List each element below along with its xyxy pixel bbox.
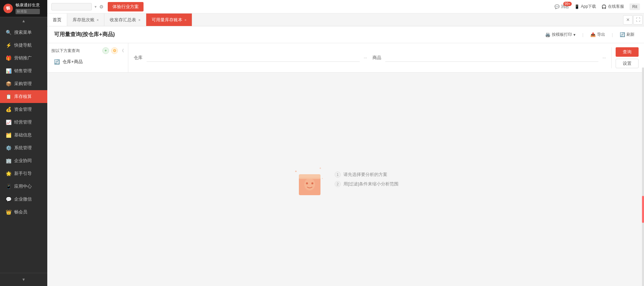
- svg-point-2: [304, 178, 315, 190]
- warehouse-label: 仓库: [134, 55, 144, 61]
- sidebar-item-sales[interactable]: 📊 销售管理: [0, 64, 47, 77]
- tab-recv-summary-close[interactable]: ×: [138, 18, 140, 22]
- msg-btn[interactable]: 💬 消息 99+: [555, 4, 569, 9]
- app-title: 畅康通好生意: [16, 3, 40, 8]
- tab-close-window-btn[interactable]: ✕: [623, 15, 633, 25]
- query-btn[interactable]: 查询: [616, 47, 639, 57]
- refresh-btn[interactable]: 🔄 刷新: [617, 30, 637, 39]
- main-content: ▾ ⚙ 体验行业方案 💬 消息 99+ 📱 App下载 🎧 在线客服 Rit: [47, 0, 644, 286]
- sidebar-item-label: 经营管理: [14, 119, 32, 125]
- goods-input[interactable]: [385, 54, 598, 62]
- collapse-filter-btn[interactable]: 《: [120, 48, 124, 54]
- sidebar-item-inventory[interactable]: 📋 库存核算: [0, 90, 47, 103]
- scrollbar-thumb[interactable]: [642, 196, 644, 223]
- svg-point-3: [306, 182, 308, 184]
- filter-row: 仓库 ··· 商品 ··· 查询 设置: [134, 47, 639, 68]
- sidebar-item-wechat[interactable]: 💬 企业微信: [0, 193, 47, 206]
- warehouse-more-btn[interactable]: ···: [362, 55, 368, 61]
- settings-scheme-btn[interactable]: ⚙: [111, 47, 118, 54]
- sidebar-item-label: 新手引导: [14, 171, 32, 177]
- service-label: 在线客服: [608, 4, 624, 9]
- empty-illustration: ✦ ✦ ✦: [293, 162, 327, 196]
- refresh-icon: 🔄: [620, 32, 625, 37]
- svg-text:✦: ✦: [319, 167, 321, 170]
- sidebar-item-enterprise[interactable]: 🏢 企业协同: [0, 154, 47, 167]
- sidebar-scroll-up[interactable]: ▲: [0, 17, 47, 25]
- money-icon: 💰: [5, 107, 11, 112]
- print-btn[interactable]: 🖨️ 按模板打印 ▾: [542, 30, 578, 39]
- add-scheme-btn[interactable]: +: [102, 47, 109, 54]
- sidebar-item-label: 营销推广: [14, 55, 32, 61]
- sidebar-item-label: 基础信息: [14, 132, 32, 138]
- tab-batch-ledger-close[interactable]: ×: [97, 18, 99, 22]
- export-btn[interactable]: 📤 导出: [588, 30, 608, 39]
- page-title: 可用量查询(按仓库+商品): [54, 31, 115, 38]
- tab-available-ledger-close[interactable]: ×: [184, 18, 186, 22]
- sidebar-item-label: 销售管理: [14, 68, 32, 74]
- empty-svg: ✦ ✦ ✦: [293, 162, 327, 200]
- filter-scheme-title: 按以下方案查询: [51, 48, 80, 54]
- tab-home[interactable]: 首页: [47, 14, 67, 26]
- sidebar-item-label: 企业微信: [14, 196, 32, 202]
- svg-point-4: [311, 182, 313, 184]
- sidebar: 畅 畅康通好生意 标准版 ▲ 🔍 搜索菜单 ⚡ 快捷导航 🎁 营销推广 📊 销售…: [0, 0, 47, 286]
- tab-expand-window-btn[interactable]: ⛶: [633, 15, 643, 25]
- sidebar-item-marketing[interactable]: 🎁 营销推广: [0, 52, 47, 64]
- tab-home-label: 首页: [53, 17, 61, 23]
- warehouse-input[interactable]: [147, 54, 360, 62]
- sidebar-item-label: 搜索菜单: [14, 29, 32, 35]
- sidebar-scroll-down[interactable]: ▼: [0, 276, 47, 283]
- sidebar-item-basic[interactable]: 🗂️ 基础信息: [0, 129, 47, 141]
- svg-text:✦: ✦: [294, 170, 297, 173]
- industry-btn[interactable]: 体验行业方案: [108, 2, 144, 11]
- tab-batch-ledger[interactable]: 库存批次账 ×: [67, 14, 104, 26]
- sidebar-item-member[interactable]: 👑 畅会员: [0, 206, 47, 218]
- headset-icon: 🎧: [601, 4, 607, 9]
- app-subtitle: 标准版: [16, 9, 40, 14]
- page-header: 可用量查询(按仓库+商品) 🖨️ 按模板打印 ▾ | 📤 导出 | 🔄 刷新: [47, 26, 644, 43]
- filter-area: 按以下方案查询 + ⚙ 《 🔄 仓库+商品 仓库: [47, 43, 644, 73]
- tab-recv-summary[interactable]: 收发存汇总表 ×: [104, 14, 146, 26]
- user-menu-btn[interactable]: Rit: [629, 3, 640, 10]
- step-text-1: 请先选择要分析的方案: [343, 172, 387, 178]
- sidebar-item-newguide[interactable]: 🌟 新手引导: [0, 167, 47, 180]
- sidebar-item-label: 快捷导航: [14, 42, 32, 48]
- sidebar-item-operation[interactable]: 📈 经营管理: [0, 116, 47, 129]
- sidebar-item-finance[interactable]: 💰 资金管理: [0, 103, 47, 116]
- chat-icon: 💬: [5, 197, 11, 202]
- tab-available-ledger[interactable]: 可用量库存账本 ×: [146, 14, 192, 26]
- page-header-actions: 🖨️ 按模板打印 ▾ | 📤 导出 | 🔄 刷新: [542, 30, 637, 39]
- gear-icon: ⚙️: [5, 145, 11, 151]
- goods-label: 商品: [372, 55, 383, 61]
- topbar-search-input[interactable]: [51, 3, 92, 10]
- topbar: ▾ ⚙ 体验行业方案 💬 消息 99+ 📱 App下载 🎧 在线客服 Rit: [47, 0, 644, 14]
- folder-icon: 🗂️: [5, 132, 11, 138]
- user-label: Rit: [632, 4, 637, 9]
- tab-available-ledger-label: 可用量库存账本: [152, 17, 182, 23]
- right-scrollbar[interactable]: [642, 68, 644, 286]
- sidebar-item-apps[interactable]: 📱 应用中心: [0, 180, 47, 193]
- tabs-window-btns: ✕ ⛶: [623, 14, 644, 26]
- sidebar-item-label: 系统管理: [14, 145, 32, 151]
- goods-filter-field: 商品 ···: [372, 54, 607, 62]
- sidebar-item-label: 库存核算: [14, 94, 32, 100]
- topbar-gear-icon[interactable]: ⚙: [99, 4, 104, 9]
- service-btn[interactable]: 🎧 在线客服: [601, 4, 624, 9]
- step-text-2: 用[过滤]条件来缩小分析范围: [343, 181, 398, 187]
- app-download-btn[interactable]: 📱 App下载: [574, 4, 596, 9]
- sidebar-item-search[interactable]: 🔍 搜索菜单: [0, 26, 47, 39]
- msg-badge: 99+: [563, 2, 572, 6]
- filter-scheme-header: 按以下方案查询 + ⚙ 《: [51, 47, 124, 54]
- sidebar-item-purchase[interactable]: 📦 采购管理: [0, 77, 47, 90]
- goods-more-btn[interactable]: ···: [601, 55, 607, 61]
- sidebar-item-system[interactable]: ⚙️ 系统管理: [0, 141, 47, 154]
- topbar-search-area: [51, 3, 92, 10]
- scheme-warehouse-goods[interactable]: 🔄 仓库+商品: [51, 57, 124, 67]
- msg-icon: 💬: [555, 4, 560, 9]
- lightning-icon: ⚡: [5, 43, 11, 48]
- tab-batch-ledger-label: 库存批次账: [73, 17, 95, 23]
- filter-settings-btn[interactable]: 设置: [616, 59, 639, 68]
- topbar-caret-icon[interactable]: ▾: [95, 4, 97, 9]
- step-num-2: 2: [335, 181, 341, 187]
- sidebar-item-shortcuts[interactable]: ⚡ 快捷导航: [0, 39, 47, 52]
